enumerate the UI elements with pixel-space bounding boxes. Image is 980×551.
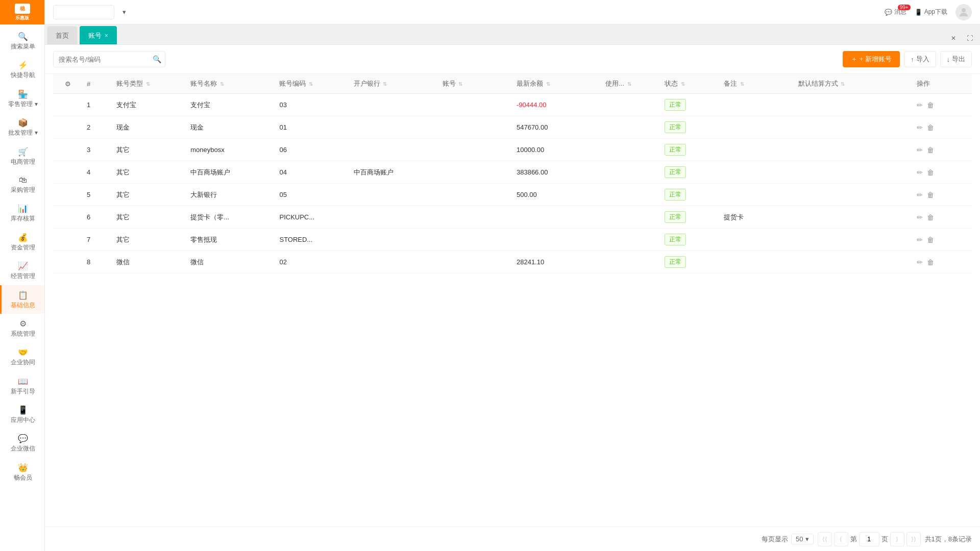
row-balance-1: -90444.00 [512, 94, 601, 116]
row-index-1: 1 [83, 94, 112, 116]
row-balance-4: 383866.00 [512, 161, 601, 184]
settings-col-header[interactable]: ⚙ [53, 74, 83, 94]
row-name-4: 中百商场账户 [186, 161, 275, 184]
status-col-header[interactable]: 状态 ⇅ [660, 74, 720, 94]
row-bank-4: 中百商场账户 [350, 161, 438, 184]
type-col-header[interactable]: 账号类型 ⇅ [112, 74, 186, 94]
sidebar-item-system[interactable]: ⚙ 系统管理 [0, 314, 44, 342]
app-download-label: App下载 [924, 8, 947, 16]
export-button[interactable]: ↓ 导出 [940, 51, 972, 67]
sidebar-item-operations[interactable]: 📈 经营管理 [0, 256, 44, 285]
window-expand-btn[interactable]: ⛶ [964, 32, 976, 44]
row-account-5 [438, 184, 512, 206]
row-usage-7 [601, 229, 660, 251]
header-search-input[interactable] [53, 5, 114, 19]
add-account-button[interactable]: ＋ + 新增账号 [843, 51, 900, 67]
row-balance-5: 500.00 [512, 184, 601, 206]
row-account-3 [438, 139, 512, 161]
header-left: ▾ [53, 5, 126, 19]
message-button[interactable]: 💬 消息 99+ [885, 8, 906, 16]
delete-icon-4[interactable]: 🗑 [927, 168, 934, 177]
edit-icon-1[interactable]: ✏ [917, 101, 923, 109]
sidebar-item-finance[interactable]: 💰 资金管理 [0, 228, 44, 256]
import-button[interactable]: ↑ 导入 [904, 51, 936, 67]
edit-icon-4[interactable]: ✏ [917, 168, 923, 177]
name-col-header[interactable]: 账号名称 ⇅ [186, 74, 275, 94]
delete-icon-2[interactable]: 🗑 [927, 123, 934, 132]
tab-accounts[interactable]: 账号 × [80, 26, 117, 44]
code-col-header[interactable]: 账号编码 ⇅ [275, 74, 349, 94]
sidebar-item-inventory[interactable]: 📊 库存核算 [0, 198, 44, 227]
delete-icon-6[interactable]: 🗑 [927, 213, 934, 221]
sidebar-item-guide[interactable]: 📖 新手引导 [0, 371, 44, 400]
default-col-header[interactable]: 默认结算方式 ⇅ [794, 74, 913, 94]
row-status-8: 正常 [660, 251, 720, 273]
delete-icon-5[interactable]: 🗑 [927, 191, 934, 199]
search-wrap: 🔍 [53, 51, 165, 67]
sidebar-item-enterprise-wechat[interactable]: 💬 企业微信 [0, 429, 44, 457]
delete-icon-8[interactable]: 🗑 [927, 258, 934, 266]
system-label: 系统管理 [11, 330, 35, 337]
row-code-4: 04 [275, 161, 349, 184]
next-page-button[interactable]: ⟩ [890, 532, 904, 546]
first-page-button[interactable]: ⟨⟨ [818, 532, 832, 546]
row-bank-8 [350, 251, 438, 273]
row-default-5 [794, 184, 913, 206]
edit-icon-6[interactable]: ✏ [917, 213, 923, 221]
sidebar-item-ecommerce[interactable]: 🛒 电商管理 [0, 142, 44, 170]
delete-icon-3[interactable]: 🗑 [927, 146, 934, 154]
agreement-icon: 🤝 [18, 347, 28, 357]
edit-icon-2[interactable]: ✏ [917, 123, 923, 132]
prev-page-button[interactable]: ⟨ [834, 532, 848, 546]
tab-accounts-close[interactable]: × [105, 32, 108, 39]
logo-subtext: 乐惠版 [15, 15, 29, 21]
sidebar-item-basic-info[interactable]: 📋 基础信息 [0, 285, 44, 314]
page-navigation: ⟨⟨ ⟨ 第 页 ⟩ ⟩⟩ [818, 532, 921, 546]
edit-icon-3[interactable]: ✏ [917, 146, 923, 154]
row-name-8: 微信 [186, 251, 275, 273]
account-col-header[interactable]: 账号 ⇅ [438, 74, 512, 94]
delete-icon-7[interactable]: 🗑 [927, 236, 934, 244]
app-center-label: 应用中心 [11, 416, 35, 423]
sidebar-item-purchase[interactable]: 🛍 采购管理 [0, 170, 44, 198]
remark-col-header[interactable]: 备注 ⇅ [720, 74, 794, 94]
usage-col-header[interactable]: 使用... ⇅ [601, 74, 660, 94]
sidebar-item-retail[interactable]: 🏪 零售管理 ▾ [0, 84, 44, 113]
row-index-7: 7 [83, 229, 112, 251]
sidebar-item-app-center[interactable]: 📱 应用中心 [0, 400, 44, 429]
sidebar-item-search[interactable]: 🔍 搜索菜单 [0, 27, 44, 55]
balance-col-header[interactable]: 最新余额 ⇅ [512, 74, 601, 94]
page-number-input[interactable] [859, 532, 879, 546]
sidebar-item-vip[interactable]: 👑 畅会员 [0, 458, 44, 486]
app-download-button[interactable]: 📱 App下载 [915, 8, 947, 16]
sidebar-item-wholesale[interactable]: 📦 批发管理 ▾ [0, 113, 44, 141]
row-usage-5 [601, 184, 660, 206]
row-name-2: 现金 [186, 116, 275, 139]
last-page-button[interactable]: ⟩⟩ [906, 532, 921, 546]
row-action-2: ✏ 🗑 [913, 116, 972, 139]
sidebar-item-agreement[interactable]: 🤝 企业协同 [0, 342, 44, 371]
row-action-6: ✏ 🗑 [913, 206, 972, 229]
search-icon[interactable]: 🔍 [153, 55, 161, 63]
row-account-8 [438, 251, 512, 273]
delete-icon-1[interactable]: 🗑 [927, 101, 934, 109]
edit-icon-8[interactable]: ✏ [917, 258, 923, 266]
tab-home[interactable]: 首页 [47, 26, 78, 44]
edit-icon-5[interactable]: ✏ [917, 191, 923, 199]
row-action-1: ✏ 🗑 [913, 94, 972, 116]
enterprise-wechat-icon: 💬 [18, 434, 28, 443]
row-default-3 [794, 139, 913, 161]
accounts-table: ⚙ # 账号类型 ⇅ 账号名称 ⇅ 账号编码 ⇅ 开户银行 ⇅ 账号 ⇅ 最新余… [53, 74, 972, 273]
table-row: 2 现金 现金 01 547670.00 正常 ✏ 🗑 [53, 116, 972, 139]
bank-col-header[interactable]: 开户银行 ⇅ [350, 74, 438, 94]
header-dropdown[interactable]: ▾ [122, 8, 126, 16]
user-avatar[interactable] [955, 4, 972, 20]
per-page-select[interactable]: 50 ▾ [791, 534, 813, 544]
add-account-label: + 新增账号 [860, 55, 892, 64]
row-bank-7 [350, 229, 438, 251]
row-type-6: 其它 [112, 206, 186, 229]
edit-icon-7[interactable]: ✏ [917, 236, 923, 244]
window-close-btn[interactable]: ✕ [947, 32, 960, 44]
accounts-search-input[interactable] [53, 51, 165, 67]
sidebar-item-quick-nav[interactable]: ⚡ 快捷导航 [0, 55, 44, 84]
